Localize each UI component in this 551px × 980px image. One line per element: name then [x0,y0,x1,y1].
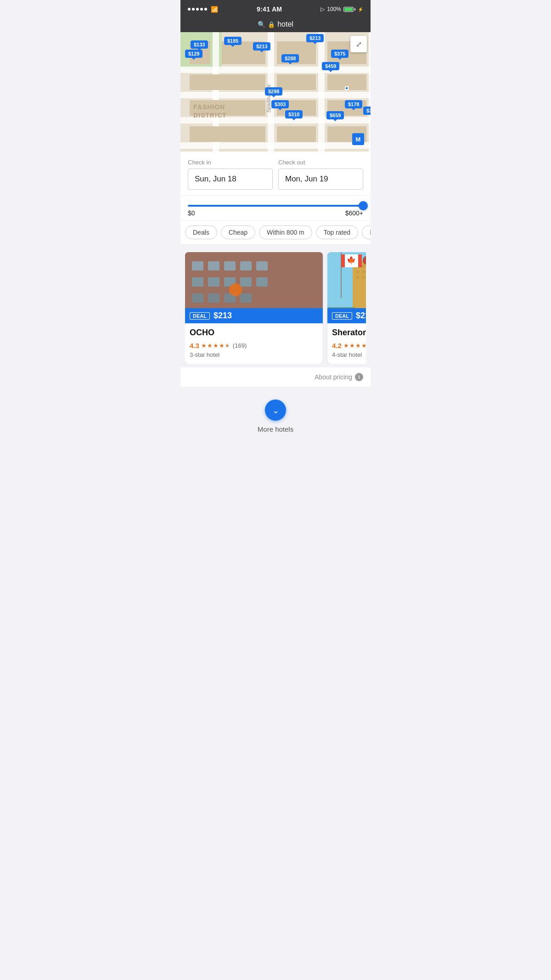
price-pin[interactable]: $213 [306,34,324,42]
price-pin[interactable]: $185 [224,37,242,45]
slider-labels: $0 $600+ [188,209,363,217]
price-slider-thumb[interactable] [359,201,368,210]
price-pin[interactable]: $213 [253,42,270,51]
price-pin[interactable]: $129 [185,50,202,58]
sheraton-deal-price: $213 [356,311,366,321]
ocho-deal-bar: DEAL $213 [185,308,323,323]
ocho-hotel-type: 3-star hotel [190,351,318,358]
filter-cheap[interactable]: Cheap [221,225,255,239]
sheraton-stars: ★ ★ ★ ★ ★ [343,342,366,349]
more-hotels-section: ⌄ More hotels [180,390,371,447]
signal-dot-2 [192,8,195,11]
battery-fill [344,8,353,11]
info-icon[interactable]: i [355,373,363,381]
star-1: ★ [343,342,349,349]
svg-text:DISTRICT: DISTRICT [193,112,227,119]
price-slider-track[interactable] [188,205,363,207]
transit-symbol: M [356,136,361,143]
price-pin[interactable]: $310 [285,110,303,118]
battery-icon [343,7,355,12]
ocho-deal-price: $213 [214,311,232,321]
price-pin[interactable]: $303 [271,100,289,108]
signal-dots [188,8,207,11]
about-pricing-text[interactable]: About pricing [315,373,352,381]
more-hotels-button[interactable]: ⌄ [265,400,286,421]
sheraton-deal-badge: DEAL [332,312,352,320]
price-pin[interactable]: $366 [363,107,371,115]
map-container[interactable]: Spadina Ave FASHION DISTRICT $133 $129 $… [180,32,371,152]
price-pin[interactable]: $288 [281,54,299,62]
filter-top-rated[interactable]: Top rated [316,225,358,239]
svg-rect-21 [277,74,316,90]
sheraton-hotel-info: Sheraton Centre Toronto Hotel 4.2 ★ ★ ★ … [327,323,366,364]
sheraton-rating-row: 4.2 ★ ★ ★ ★ ★ (1,594) [332,342,366,349]
hotel-image-sheraton: 🍁 DEAL $213 [327,252,366,323]
star-5: ★ ★ [225,342,231,349]
svg-rect-9 [369,32,371,152]
svg-rect-47 [192,277,203,287]
star-3: ★ [355,342,361,349]
hotel-card-sheraton[interactable]: 🍁 DEAL $213 Sheraton Centre Toronto Hote… [327,252,366,364]
status-right: ▷ 100% ⚡ [320,6,363,12]
price-pin[interactable]: $459 [322,62,339,70]
svg-point-56 [229,283,242,296]
svg-rect-71 [362,276,365,279]
check-in-col: Check in Sun, Jun 18 [188,159,273,190]
search-bar-text: hotel [277,20,293,28]
ocho-stars: ★ ★ ★ ★ ★ ★ [201,342,231,349]
date-section: Check in Sun, Jun 18 Check out Mon, Jun … [180,152,371,195]
hotel-card-ocho[interactable]: DEAL $213 OCHO 4.3 ★ ★ ★ ★ ★ ★ [185,252,323,364]
filter-within-800m[interactable]: Within 800 m [259,225,312,239]
price-pin[interactable]: $178 [345,100,362,108]
svg-rect-66 [362,270,365,273]
filter-deals[interactable]: Deals [185,225,217,239]
transit-icon[interactable]: M [352,133,364,145]
status-left: 📶 [188,6,218,13]
svg-rect-51 [256,277,268,287]
svg-rect-53 [208,293,219,303]
check-in-label: Check in [188,159,273,166]
svg-rect-61 [362,265,365,268]
hotel-image-ocho: DEAL $213 [185,252,323,323]
svg-rect-43 [208,261,219,270]
star-2: ★ [349,342,355,349]
status-bar: 📶 9:41 AM ▷ 100% ⚡ [180,0,371,18]
sheraton-score: 4.2 [332,342,342,349]
signal-dot-5 [204,8,207,11]
price-pin[interactable]: $133 [191,40,208,49]
svg-rect-50 [240,277,252,287]
filter-section: Deals Cheap Within 800 m Top rated Luxur… [180,220,371,244]
star-3: ★ [213,342,219,349]
signal-dot-4 [200,8,203,11]
hotels-grid: DEAL $213 OCHO 4.3 ★ ★ ★ ★ ★ ★ [185,252,366,364]
svg-rect-70 [356,276,360,279]
signal-dot-3 [196,8,199,11]
search-icon: 🔍 [258,21,265,28]
check-in-input[interactable]: Sun, Jun 18 [188,169,273,190]
check-out-input[interactable]: Mon, Jun 19 [278,169,363,190]
map-expand-button[interactable]: ⤢ [350,36,367,52]
slider-section: $0 $600+ [180,195,371,220]
ocho-hotel-name: OCHO [190,328,318,338]
price-pin[interactable]: $298 [265,87,282,96]
lock-icon: 🔒 [268,21,275,28]
svg-rect-65 [356,270,360,273]
battery-tip [354,8,355,11]
filter-luxury[interactable]: Luxury [362,225,371,239]
battery-body [343,7,354,12]
svg-rect-5 [180,142,371,149]
more-hotels-label[interactable]: More hotels [258,425,293,433]
charging-icon: ⚡ [358,7,363,12]
price-pin[interactable]: $375 [331,50,349,58]
price-pin[interactable]: $659 [326,111,344,119]
search-bar[interactable]: 🔍 🔒 hotel [180,18,371,32]
star-4: ★ [219,342,225,349]
star-1: ★ [201,342,207,349]
date-row: Check in Sun, Jun 18 Check out Mon, Jun … [188,159,363,190]
price-min-label: $0 [188,209,195,217]
ocho-reviews: (169) [233,342,247,349]
svg-rect-8 [318,32,325,152]
svg-rect-52 [192,293,203,303]
svg-rect-20 [190,74,265,90]
signal-dot-1 [188,8,191,11]
